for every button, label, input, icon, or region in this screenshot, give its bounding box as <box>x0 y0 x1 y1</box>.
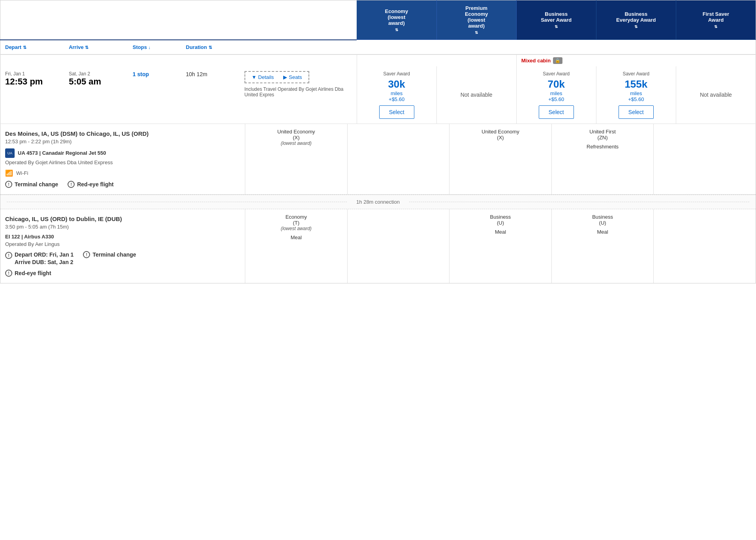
biz-everyday-miles-value: 155k <box>600 78 673 90</box>
economy-miles-value: 30k <box>388 78 405 90</box>
seg2-warning3: ! Red-eye flight <box>5 270 240 277</box>
biz-saver-fee: +$5.60 <box>520 96 593 102</box>
economy-select-button[interactable]: Select <box>379 105 414 119</box>
economy-miles-unit: miles <box>360 90 433 96</box>
stops-cell[interactable]: 1 stop <box>128 66 181 124</box>
arrive-time: 5:05 am <box>69 77 123 87</box>
seg2-biz-everyday-line2: (U) <box>555 220 651 226</box>
col-depart-header[interactable]: Depart ⇅ <box>0 40 64 54</box>
segment1-warnings: ! Terminal change ! Red-eye flight <box>5 181 240 188</box>
col-header-premium[interactable]: Premium Economy (lowest award) ⇅ <box>436 0 516 40</box>
segment-details-row: Des Moines, IA, US (DSM) to Chicago, IL,… <box>0 124 756 283</box>
depart-time: 12:53 pm <box>5 77 59 87</box>
seg1-economy-col: United Economy (X) (lowest award) <box>245 124 348 194</box>
depart-label: Depart <box>5 44 21 50</box>
segment1-wifi: 📶 Wi-Fi <box>5 169 240 177</box>
col-details-header <box>240 40 357 54</box>
stops-label: Stops <box>133 44 147 50</box>
seg1-biz-saver-line1: United Economy <box>453 129 548 135</box>
segment1-route: Des Moines, IA, US (DSM) to Chicago, IL,… <box>5 130 240 137</box>
depart-date: Fri, Jan 1 <box>5 71 59 77</box>
seg2-warning2: ! Terminal change <box>83 251 136 258</box>
details-cell[interactable]: ▼ Details ▶ Seats Includes Travel Operat… <box>240 66 357 124</box>
segment2-right: Economy (T) (lowest award) Meal <box>245 209 756 283</box>
seg1-biz-saver-line2: (X) <box>453 135 548 141</box>
seg1-biz-everyday-line1: United First <box>555 129 651 135</box>
col-stops-header[interactable]: Stops ↓ <box>128 40 181 54</box>
seg2-warning1-icon: ! <box>5 252 12 259</box>
seats-arrow-icon: ▶ <box>283 74 287 80</box>
seg2-biz-everyday-col: Business (U) Meal <box>552 209 654 283</box>
col-biz-everyday-subheader <box>596 40 676 54</box>
col-arrive-header[interactable]: Arrive ⇅ <box>64 40 128 54</box>
mixed-cabin-icon: 🔒 <box>553 57 562 64</box>
seg1-biz-saver-col: United Economy (X) <box>449 124 552 194</box>
col-premium-subheader <box>436 40 516 54</box>
biz-everyday-select-button[interactable]: Select <box>619 105 654 119</box>
segment2-operated: Operated By Aer Lingus <box>5 241 240 247</box>
mixed-cabin-label: Mixed cabin <box>521 58 551 64</box>
segment1-operated: Operated By Gojet Airlines Dba United Ex… <box>5 159 240 165</box>
col-header-economy[interactable]: Economy (lowest award) ⇅ <box>357 0 436 40</box>
segment1-right: United Economy (X) (lowest award) United… <box>245 124 756 194</box>
biz-everyday-award-cell: Saver Award 155k miles +$5.60 Select <box>596 66 676 124</box>
biz-saver-miles-value: 70k <box>520 78 593 90</box>
seg2-biz-everyday-line4: Meal <box>555 229 651 235</box>
arrive-label: Arrive <box>69 44 84 50</box>
segment2-flight-info: EI 122 | Airbus A330 <box>5 234 240 240</box>
col-header-biz-everyday[interactable]: Business Everyday Award ⇅ <box>596 0 676 40</box>
segment2-left: Chicago, IL, US (ORD) to Dublin, IE (DUB… <box>0 209 245 283</box>
col-economy-subheader <box>357 40 436 54</box>
connection-divider: 1h 28m connection <box>0 195 756 209</box>
segment1-container: Des Moines, IA, US (DSM) to Chicago, IL,… <box>0 124 756 195</box>
col-duration-header[interactable]: Duration ⇅ <box>181 40 240 54</box>
seg1-economy-line3: (lowest award) <box>248 141 344 146</box>
depart-sort-icon: ⇅ <box>23 45 26 50</box>
duration-label: Duration <box>186 44 207 50</box>
seg2-first-col <box>654 209 756 283</box>
seats-label: Seats <box>289 74 302 80</box>
seg1-first-col <box>654 124 756 194</box>
seg2-warning1-text: Depart ORD: Fri, Jan 1Arrive DUB: Sat, J… <box>15 251 73 266</box>
mixed-cabin-row: Mixed cabin 🔒 <box>0 54 756 66</box>
economy-miles: 30k <box>360 78 433 90</box>
segment1-times: 12:53 pm - 2:22 pm (1h 29m) <box>5 139 240 144</box>
seats-link[interactable]: ▶ Seats <box>283 74 302 80</box>
biz-saver-select-button[interactable]: Select <box>539 105 574 119</box>
warning1-icon: ! <box>5 181 12 188</box>
airline-logo-icon: UA <box>5 148 15 158</box>
biz-everyday-fee: +$5.60 <box>600 96 673 102</box>
depart-cell: Fri, Jan 1 12:53 pm <box>0 66 64 124</box>
segment1-left: Des Moines, IA, US (DSM) to Chicago, IL,… <box>0 124 245 194</box>
arrive-date: Sat, Jan 2 <box>69 71 123 77</box>
arrive-sort-icon: ⇅ <box>85 45 88 50</box>
col-header-first-saver[interactable]: First Saver Award ⇅ <box>676 0 756 40</box>
seg2-economy-line1: Economy <box>248 214 344 220</box>
seg2-premium-col <box>348 209 450 283</box>
details-arrow-icon: ▼ <box>252 74 257 80</box>
first-saver-award-cell: Not available <box>676 66 756 124</box>
stops-link[interactable]: 1 stop <box>133 71 149 77</box>
seg2-warning2-text: Terminal change <box>92 251 136 258</box>
warning2-text: Red-eye flight <box>77 181 114 188</box>
seg2-economy-line5: Meal <box>248 234 344 240</box>
economy-award-cell: Saver Award 30k miles +$5.60 Select <box>357 66 436 124</box>
warning1-text: Terminal change <box>15 181 58 188</box>
seg2-warning3-text: Red-eye flight <box>15 270 51 276</box>
col-biz-saver-subheader <box>516 40 596 54</box>
seg2-biz-saver-line2: (U) <box>453 220 548 226</box>
connection-text: 1h 28m connection <box>347 199 409 205</box>
segment1-flight-info: UA UA 4573 | Canadair Regional Jet 550 <box>5 148 240 158</box>
mixed-cabin-badge: Mixed cabin 🔒 <box>521 57 751 64</box>
premium-award-cell: Not available <box>436 66 516 124</box>
seg2-economy-line2: (T) <box>248 220 344 226</box>
details-link[interactable]: ▼ Details <box>252 74 274 80</box>
seg2-flight-num: EI 122 | Airbus A330 <box>5 234 54 240</box>
col-header-biz-saver[interactable]: Business Saver Award ⇅ <box>516 0 596 40</box>
flight-main-row: Fri, Jan 1 12:53 pm Sat, Jan 2 5:05 am 1… <box>0 66 756 124</box>
segment1-warning2: ! Red-eye flight <box>68 181 114 188</box>
wifi-icon: 📶 <box>5 169 13 177</box>
seg2-biz-saver-col: Business (U) Meal <box>449 209 552 283</box>
seg2-biz-everyday-line1: Business <box>555 214 651 220</box>
seg1-biz-everyday-col: United First (ZN) Refreshments <box>552 124 654 194</box>
